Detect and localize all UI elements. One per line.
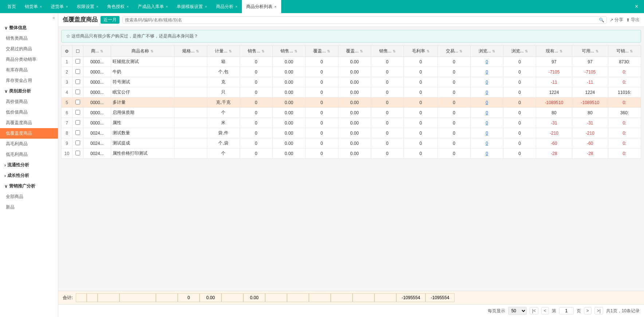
- nav-close-icon[interactable]: ×: [205, 4, 207, 9]
- col-checkbox-cell[interactable]: [72, 57, 83, 67]
- page-size-select[interactable]: 50 100 200: [508, 307, 527, 315]
- col-browse1-cell[interactable]: 0: [471, 77, 503, 87]
- sidebar-item-traded-goods[interactable]: 交易过的商品: [0, 44, 58, 54]
- nav-close-icon[interactable]: ×: [96, 4, 98, 9]
- col-cover2[interactable]: 覆盖... ⇅: [338, 46, 371, 57]
- col-browse1-cell[interactable]: 0: [471, 148, 503, 159]
- nav-close-icon[interactable]: ×: [235, 4, 237, 9]
- col-sales-qty[interactable]: 销售... ⇅: [240, 46, 272, 57]
- col-code[interactable]: 商... ⇅: [83, 46, 111, 57]
- sidebar-item-high-coverage[interactable]: 高覆盖度商品: [0, 118, 58, 128]
- sidebar-group-category[interactable]: ∨ 类别差分析: [0, 86, 58, 96]
- col-checkbox-cell[interactable]: [72, 108, 83, 118]
- nav-sales-order[interactable]: 销货单 ×: [20, 0, 46, 13]
- col-checkbox-cell[interactable]: [72, 87, 83, 98]
- col-checkbox-cell[interactable]: [72, 138, 83, 148]
- data-table-wrapper[interactable]: ⚙ ☐ 商... ⇅ 商品名称 ⇅ 规格... ⇅: [61, 45, 641, 291]
- col-gross-margin[interactable]: 毛利率 ⇅: [404, 46, 437, 57]
- nav-close-icon[interactable]: ×: [66, 4, 68, 9]
- col-browse1-cell[interactable]: 0: [471, 128, 503, 138]
- col-sales-qty-cell: 0: [240, 138, 272, 148]
- nav-product-analysis[interactable]: 商品分析 ×: [212, 0, 242, 13]
- col-browse2-cell: 0: [503, 138, 536, 148]
- col-stock2-cell: 97: [572, 57, 608, 67]
- nav-close-icon[interactable]: ×: [40, 4, 42, 9]
- sidebar-item-low-margin[interactable]: 低毛利商品: [0, 149, 58, 160]
- share-button[interactable]: ↗ 分享: [610, 17, 623, 23]
- sidebar-group-overall[interactable]: ∨ 整体信息: [0, 23, 58, 33]
- sidebar-item-low-coverage[interactable]: 低覆盖度商品: [0, 128, 58, 139]
- col-stock1-cell: -210: [536, 128, 572, 138]
- nav-close-icon[interactable]: ×: [274, 4, 276, 9]
- nav-home[interactable]: 首页: [3, 0, 20, 13]
- col-browse1-cell[interactable]: 0: [471, 118, 503, 128]
- search-box[interactable]: 🔍: [122, 16, 607, 24]
- nav-role-auth[interactable]: 角色授权 ×: [103, 0, 133, 13]
- sidebar-group-growth[interactable]: › 成长性分析: [0, 170, 58, 181]
- col-cover2-cell: 0.00: [338, 128, 371, 138]
- col-trade[interactable]: 交易... ⇅: [438, 46, 471, 57]
- last-page-button[interactable]: >|: [594, 307, 603, 314]
- sidebar-item-high-margin[interactable]: 高毛利商品: [0, 139, 58, 149]
- col-checkbox-cell[interactable]: [72, 118, 83, 128]
- col-stock2-cell: -7105: [572, 67, 608, 77]
- nav-permissions[interactable]: 权限设置 ×: [72, 0, 103, 13]
- window-close-button[interactable]: ×: [632, 3, 641, 10]
- col-stock3[interactable]: 可销... ⇅: [608, 46, 641, 57]
- col-checkbox-cell[interactable]: [72, 67, 83, 77]
- sidebar-item-category-rate[interactable]: 商品分类动销率: [0, 54, 58, 65]
- col-gear[interactable]: ⚙: [62, 46, 72, 57]
- col-name[interactable]: 商品名称 ⇅: [111, 46, 174, 57]
- sidebar-group-marketing[interactable]: ∨ 营销推广分析: [0, 181, 58, 191]
- col-browse1[interactable]: 浏览... ⇅: [471, 46, 503, 57]
- nav-product-analysis-list[interactable]: 商品分析列表 ×: [242, 0, 281, 13]
- col-browse1-cell[interactable]: 0: [471, 98, 503, 108]
- col-gross-margin-cell: 0: [404, 108, 437, 118]
- col-checkbox[interactable]: ☐: [72, 46, 83, 57]
- col-checkbox-cell[interactable]: [72, 128, 83, 138]
- sidebar-item-high-value[interactable]: 高价值商品: [0, 96, 58, 107]
- col-stock3-cell: 360:: [608, 108, 641, 118]
- col-stock3-cell: 8730:: [608, 57, 641, 67]
- sidebar-group-liquidity[interactable]: › 流通性分析: [0, 160, 58, 170]
- next-page-button[interactable]: >: [584, 307, 592, 314]
- col-checkbox-cell[interactable]: [72, 148, 83, 159]
- col-browse1-cell[interactable]: 0: [471, 108, 503, 118]
- search-input[interactable]: [125, 17, 599, 23]
- col-sales-amt[interactable]: 销售... ⇅: [272, 46, 305, 57]
- search-icon[interactable]: 🔍: [599, 17, 604, 23]
- col-checkbox-cell[interactable]: [72, 98, 83, 108]
- period-button[interactable]: 近一月: [101, 16, 119, 24]
- export-button[interactable]: ⬆ 导出: [626, 17, 640, 23]
- col-cover1[interactable]: 覆盖... ⇅: [305, 46, 338, 57]
- col-browse1-cell[interactable]: 0: [471, 57, 503, 67]
- sidebar-item-all-goods[interactable]: 全部商品: [0, 191, 58, 202]
- col-spec[interactable]: 规格... ⇅: [174, 46, 207, 57]
- col-sales3[interactable]: 销售... ⇅: [371, 46, 404, 57]
- first-page-button[interactable]: |<: [530, 307, 538, 314]
- nav-template-settings[interactable]: 单据模板设置 ×: [172, 0, 211, 13]
- col-trade-cell: 0: [438, 108, 471, 118]
- nav-product-warehouse[interactable]: 产成品入库单 ×: [133, 0, 172, 13]
- nav-purchase-order[interactable]: 进货单 ×: [46, 0, 72, 13]
- col-browse2[interactable]: 浏览... ⇅: [503, 46, 536, 57]
- col-browse1-cell[interactable]: 0: [471, 67, 503, 77]
- sidebar-item-low-value[interactable]: 低价值商品: [0, 107, 58, 118]
- sidebar-item-stocked-goods[interactable]: 有库存商品: [0, 65, 58, 75]
- col-stock2[interactable]: 可用... ⇅: [572, 46, 608, 57]
- sidebar-collapse-button[interactable]: «: [0, 13, 58, 23]
- col-browse1-cell[interactable]: 0: [471, 87, 503, 98]
- col-browse2-cell: 0: [503, 67, 536, 77]
- sidebar-item-new-goods[interactable]: 新品: [0, 202, 58, 213]
- col-browse1-cell[interactable]: 0: [471, 138, 503, 148]
- nav-close-icon[interactable]: ×: [166, 4, 168, 9]
- col-checkbox-cell[interactable]: [72, 77, 83, 87]
- sidebar-item-sales-goods[interactable]: 销售类商品: [0, 33, 58, 44]
- nav-close-icon[interactable]: ×: [126, 4, 129, 9]
- col-unit[interactable]: 计量... ⇅: [207, 46, 240, 57]
- sidebar-item-stock-capital[interactable]: 库存资金占用: [0, 75, 58, 86]
- prev-page-button[interactable]: <: [541, 307, 549, 314]
- col-name-cell: 眠宝公仔: [111, 87, 174, 98]
- current-page-input[interactable]: [559, 307, 574, 314]
- col-stock1[interactable]: 现有... ⇅: [536, 46, 572, 57]
